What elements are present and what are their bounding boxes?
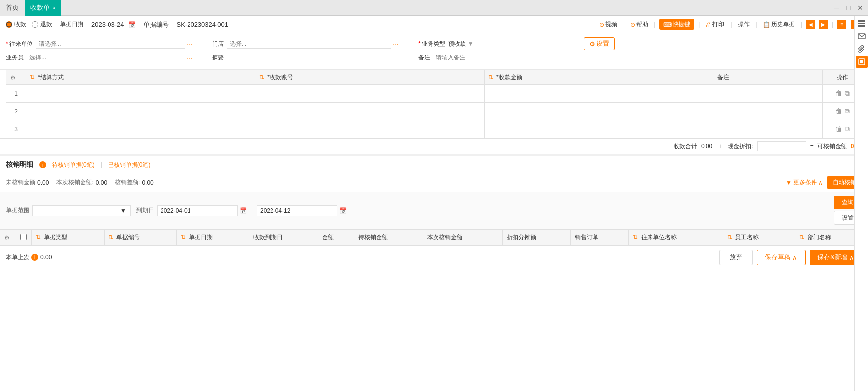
table-gear-icon[interactable]: ⚙ (10, 74, 16, 81)
date-to-input[interactable] (257, 205, 337, 216)
counterpart-more-icon[interactable]: ··· (187, 40, 192, 48)
account-cell-3[interactable] (255, 120, 484, 138)
right-sidebar (854, 16, 868, 391)
store-input[interactable] (227, 39, 391, 49)
carry-info-icon[interactable]: i (31, 254, 38, 261)
due-date-label: 到期日 (136, 206, 154, 215)
settle-cell-3[interactable] (26, 120, 255, 138)
bth-counterpart-label: 往来单位名称 (641, 234, 677, 241)
counterpart-input[interactable] (36, 39, 185, 49)
bth-pending: 待核销金额 (354, 230, 423, 245)
salesperson-more-icon[interactable]: ··· (187, 54, 192, 62)
sidebar-screenshot-icon[interactable] (856, 56, 868, 68)
minimize-button[interactable]: ─ (833, 4, 841, 12)
biz-type-dropdown-icon[interactable]: ▼ (468, 40, 474, 47)
maximize-button[interactable]: □ (844, 4, 852, 12)
verify-stats: 未核销金额 0.00 本次核销金额: 0.00 核销差额: 0.00 ▼ 更多条… (0, 173, 868, 192)
bth-dept-label: 部门名称 (808, 234, 831, 241)
video-btn-label: 视频 (605, 20, 617, 28)
verify-tab1[interactable]: 待核销单据(0笔) (52, 161, 95, 169)
tab-receipt[interactable]: 收款单 × (25, 0, 61, 16)
discount-input[interactable] (757, 141, 806, 151)
delete-icon-3[interactable]: 🗑 (835, 125, 842, 133)
sort-icon: ⇅ (108, 234, 113, 241)
bth-due-date-label: 收款到期日 (253, 234, 283, 241)
date-to-cal-icon[interactable]: 📅 (339, 207, 347, 214)
history-button[interactable]: 📋 历史单据 (761, 19, 797, 29)
save-draft-button[interactable]: 保存草稿 ∧ (757, 250, 806, 265)
video-button[interactable]: ⊙ 视频 (597, 19, 619, 29)
bottom-table: ⚙ ⇅ 单据类型 ⇅ 单据编号 (0, 230, 868, 245)
save-new-label: 保存&新增 (817, 253, 847, 262)
delete-icon-2[interactable]: 🗑 (835, 107, 842, 115)
video-icon: ⊙ (599, 21, 604, 28)
save-new-dropdown-icon[interactable]: ∧ (849, 254, 854, 261)
remark-cell-3[interactable] (713, 120, 823, 138)
prev-button[interactable]: ◀ (806, 20, 815, 29)
th-account: ⇅ *收款账号 (255, 70, 484, 85)
discard-button[interactable]: 放弃 (719, 250, 753, 265)
bth-due-date: 收款到期日 (249, 230, 318, 245)
th-settle-label: *结算方式 (38, 74, 64, 81)
salesperson-input[interactable] (27, 53, 185, 62)
next-button[interactable]: ▶ (819, 20, 828, 29)
remark-input[interactable] (433, 53, 862, 62)
bth-date-label: 单据日期 (189, 234, 213, 241)
copy-icon-1[interactable]: ⧉ (845, 89, 850, 98)
abstract-input[interactable] (227, 53, 399, 62)
store-more-icon[interactable]: ··· (393, 40, 399, 48)
tab-receipt-label: 收款单 (30, 3, 50, 12)
tab-close-icon[interactable]: × (53, 5, 55, 11)
copy-icon-2[interactable]: ⧉ (845, 107, 850, 115)
sidebar-attachment-icon[interactable] (856, 43, 868, 55)
amount-cell-1[interactable] (484, 85, 713, 103)
biz-type-selector[interactable]: 预收款 ▼ (448, 40, 474, 48)
date-from-cal-icon[interactable]: 📅 (240, 207, 247, 214)
more-conditions-button[interactable]: ▼ 更多条件 ∧ (786, 178, 823, 187)
sidebar-email-icon[interactable] (856, 30, 868, 42)
account-cell-2[interactable] (255, 103, 484, 120)
toolbar-right: ⊙ 视频 | ⊙ 帮助 | ⌨ 快捷键 | 🖨 打印 | 操作 | (597, 19, 862, 30)
tab-home[interactable]: 首页 (0, 0, 25, 16)
help-button[interactable]: ⊙ 帮助 (628, 19, 650, 29)
date-from-input[interactable] (157, 205, 238, 216)
settle-cell-1[interactable] (26, 85, 255, 103)
save-draft-dropdown-icon[interactable]: ∧ (792, 254, 797, 261)
remark-cell-1[interactable] (713, 85, 823, 103)
select-all-checkbox[interactable] (20, 234, 27, 240)
store-field: 门店 ··· (212, 39, 399, 49)
diff-stat: 核销差额: 0.00 (115, 178, 154, 187)
amount-cell-3[interactable] (484, 120, 713, 138)
list-view-button[interactable]: ≡ (837, 20, 846, 29)
copy-icon-3[interactable]: ⧉ (845, 125, 850, 133)
amount-cell-2[interactable] (484, 103, 713, 120)
verify-tab2[interactable]: 已核销单据(0笔) (108, 161, 151, 169)
bth-type: ⇅ 单据类型 (32, 230, 105, 245)
history-btn-label: 历史单据 (771, 20, 795, 28)
close-button[interactable]: ✕ (856, 4, 864, 12)
settings-button[interactable]: ⚙ 设置 (584, 37, 615, 50)
receipt-label: 收款 (14, 20, 26, 28)
sidebar-table-icon[interactable] (856, 18, 868, 29)
settle-cell-2[interactable] (26, 103, 255, 120)
refund-label: 退款 (40, 20, 52, 28)
shortcut-button[interactable]: ⌨ 快捷键 (659, 19, 694, 30)
bottom-table-gear-icon[interactable]: ⚙ (4, 234, 10, 241)
bth-date: ⇅ 单据日期 (177, 230, 249, 245)
refund-radio[interactable]: 退款 (32, 20, 52, 28)
query-form: 单据范围 ▼ 到期日 📅 — 📅 查询 设置 (0, 192, 868, 229)
range-select[interactable]: ▼ (32, 205, 131, 216)
unverified-value: 0.00 (37, 179, 49, 186)
delete-icon-1[interactable]: 🗑 (835, 89, 842, 98)
th-settle: ⇅ *结算方式 (26, 70, 255, 85)
remark-cell-2[interactable] (713, 103, 823, 120)
receipt-radio[interactable]: 收款 (6, 20, 26, 28)
date-field: 单据日期 2023-03-24 📅 (60, 20, 136, 28)
bth-pending-label: 待核销金额 (358, 234, 388, 241)
calendar-icon[interactable]: 📅 (128, 21, 136, 28)
verify-info-icon[interactable]: i (39, 161, 46, 168)
account-cell-1[interactable] (255, 85, 484, 103)
print-button[interactable]: 🖨 打印 (704, 19, 726, 29)
operation-button[interactable]: 操作 (736, 19, 752, 29)
date-label: 单据日期 (60, 20, 83, 28)
